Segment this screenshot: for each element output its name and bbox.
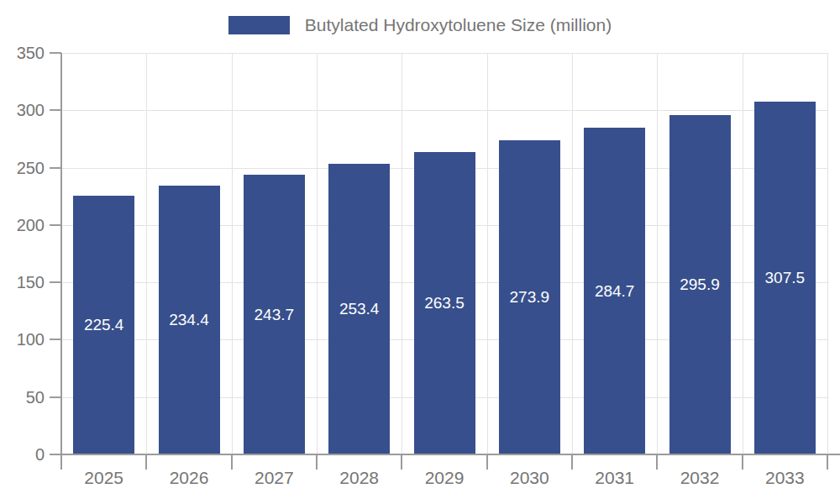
bar-value-label: 263.5 (424, 294, 465, 312)
y-tick-label: 150 (3, 272, 45, 292)
y-tick-label: 350 (3, 43, 45, 63)
x-tick-label: 2033 (743, 468, 827, 488)
x-tick-label: 2026 (146, 468, 231, 488)
bar: 284.7 (584, 128, 645, 454)
y-axis-tick (50, 52, 61, 54)
x-tick-label: 2029 (402, 468, 486, 488)
gridline-vertical (402, 53, 402, 454)
x-tick-label: 2025 (61, 468, 146, 488)
y-tick-label: 300 (3, 100, 45, 120)
bar-value-label: 307.5 (765, 269, 806, 287)
gridline-vertical (743, 53, 743, 454)
gridline-vertical (572, 53, 573, 454)
bar: 253.4 (328, 164, 390, 454)
bar: 263.5 (414, 152, 475, 454)
bar: 295.9 (669, 115, 731, 454)
gridline-horizontal (61, 53, 827, 54)
bar: 225.4 (73, 196, 134, 454)
bar-value-label: 253.4 (339, 300, 380, 318)
y-axis-tick (50, 281, 61, 283)
x-tick-label: 2027 (232, 468, 317, 488)
plot-area: 225.4234.4243.7253.4263.5273.9284.7295.9… (61, 53, 827, 454)
bar-value-label: 284.7 (595, 282, 635, 301)
bar: 307.5 (754, 102, 816, 454)
gridline-vertical (657, 53, 658, 454)
y-axis-tick (50, 396, 61, 398)
y-axis-tick (50, 454, 61, 455)
legend-swatch (228, 16, 290, 34)
y-axis-tick (50, 167, 61, 169)
y-axis-tick (50, 109, 61, 111)
bar: 273.9 (499, 140, 560, 454)
x-tick-label: 2028 (317, 468, 402, 488)
bar-value-label: 225.4 (84, 316, 124, 334)
y-tick-label: 200 (3, 215, 45, 235)
y-tick-label: 0 (3, 444, 45, 465)
gridline-vertical (827, 53, 828, 454)
gridline-vertical (146, 53, 147, 454)
bar: 234.4 (159, 186, 220, 454)
bar-value-label: 295.9 (680, 276, 720, 294)
y-tick-label: 250 (3, 158, 45, 178)
x-tick-label: 2030 (487, 468, 572, 488)
x-axis-line (60, 454, 840, 455)
gridline-vertical (487, 53, 488, 454)
bar-value-label: 273.9 (510, 288, 550, 307)
bar-value-label: 234.4 (169, 311, 209, 329)
bar-value-label: 243.7 (255, 306, 295, 324)
y-tick-label: 100 (3, 329, 45, 349)
y-tick-label: 50 (3, 387, 45, 407)
gridline-vertical (317, 53, 318, 454)
y-axis-line (60, 53, 62, 454)
bar: 243.7 (244, 175, 305, 454)
legend: Butylated Hydroxytoluene Size (million) (0, 12, 840, 39)
legend-label: Butylated Hydroxytoluene Size (million) (305, 15, 612, 35)
bar-chart: Butylated Hydroxytoluene Size (million) … (0, 0, 840, 504)
x-tick-label: 2031 (572, 468, 657, 488)
gridline-horizontal (61, 110, 827, 111)
x-tick-label: 2032 (657, 468, 742, 488)
gridline-vertical (232, 53, 233, 454)
y-axis-tick (50, 339, 61, 340)
y-axis-tick (50, 224, 61, 226)
